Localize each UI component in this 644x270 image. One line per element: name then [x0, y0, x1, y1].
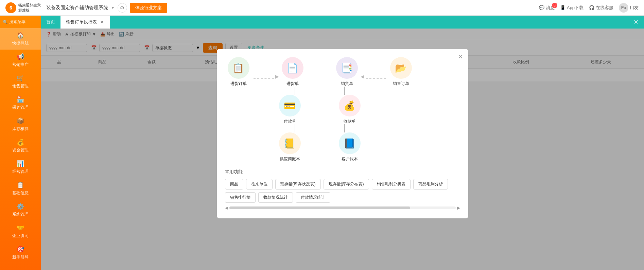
finance-icon: 💰: [17, 139, 24, 146]
sales-order-circle: 📂: [390, 57, 412, 79]
message-icon: 💬: [539, 5, 544, 10]
sidebar-item-purchase[interactable]: 🏪 采购管理: [0, 92, 41, 114]
avatar: Ea: [619, 3, 628, 13]
func-btn-partner[interactable]: 往来单位: [246, 179, 273, 190]
supplier-ledger-node-wrap: 📒 供应商账本: [276, 132, 303, 162]
title-dropdown-icon[interactable]: ▼: [111, 5, 115, 10]
quick-nav-icon: 🏠: [17, 32, 24, 39]
common-functions-title: 常用功能: [225, 169, 460, 175]
message-badge: 5: [552, 3, 557, 8]
arrow-left-1: ▶: [361, 74, 364, 79]
customer-ledger-node-wrap: 📘 客户账本: [336, 132, 363, 162]
arrow-right-1: ▶: [275, 74, 279, 79]
receipt-bill-node-wrap: 💰 收款单: [336, 95, 363, 124]
receipt-bill-circle: 💰: [339, 95, 361, 116]
logo-icon: 6: [5, 2, 16, 13]
newbie-icon: 🎯: [17, 246, 24, 253]
payment-bill-node: 💳 付款单: [276, 95, 303, 124]
scrollbar-track[interactable]: [229, 206, 456, 209]
user-menu[interactable]: Ea 用友: [619, 3, 639, 13]
sidebar-item-quick[interactable]: 🏠 快捷导航: [0, 28, 41, 50]
tab-sales-order[interactable]: 销售订单执行表 ✕: [60, 16, 110, 29]
payment-bill-node-wrap: 💳 付款单: [276, 95, 303, 124]
trial-button[interactable]: 体验行业方案: [130, 3, 167, 13]
collab-icon: 🤝: [17, 224, 24, 232]
func-btn-sales-rank[interactable]: 销售排行榜: [225, 192, 256, 203]
page-content: ❓ 帮助 🖨 按模板打印 ▼ 📤 导出 🔄 刷新: [41, 29, 644, 270]
scroll-left-icon[interactable]: ◀: [225, 205, 228, 210]
payment-bill-circle: 💳: [279, 95, 301, 116]
main-layout: 🔍 搜索菜单 🏠 快捷导航 📢 营销推广 🛒 销售管理 🏪 采购管理 📦 库存核…: [0, 16, 644, 270]
tab-close-icon[interactable]: ✕: [99, 19, 104, 25]
arrow-po-pb: [254, 78, 274, 79]
sales-bill-icon: 📑: [341, 62, 353, 74]
left-flow: 📋 进货订单 ▶ 📄 进货单: [225, 57, 306, 162]
tab-bar: 首页 销售订单执行表 ✕ ✕: [41, 16, 644, 29]
messages-button[interactable]: 💬 消息 5: [539, 5, 555, 11]
inventory-icon: 📦: [17, 117, 24, 125]
func-btn-receipt-stat[interactable]: 收款情况统计: [258, 192, 293, 203]
purchase-bill-circle: 📄: [282, 57, 303, 79]
func-buttons-row1: 商品 往来单位 现存量(库存状况表) 现存量(库存分布表) 销售毛利分析表 商品…: [225, 179, 460, 190]
scroll-right-icon[interactable]: ▶: [457, 205, 460, 210]
sidebar-item-system[interactable]: ⚙️ 系统管理: [0, 199, 41, 221]
sales-order-node: 📂 销售订单: [387, 57, 415, 87]
func-btn-sales-profit[interactable]: 销售毛利分析表: [372, 179, 411, 190]
purchase-icon: 🏪: [17, 96, 24, 103]
sidebar-item-newbie[interactable]: 🎯 新手引导: [0, 242, 41, 264]
arrow-so-sb: [366, 78, 386, 79]
tab-home[interactable]: 首页: [41, 16, 60, 29]
func-btn-product-profit[interactable]: 商品毛利分析: [413, 179, 448, 190]
system-icon: ⚙️: [17, 203, 24, 210]
supplier-ledger-circle: 📒: [279, 132, 301, 154]
system-title-area: 装备及固定资产辅助管理系统 ▼ ⚙ 体验行业方案: [46, 3, 539, 13]
top-flow-row-right: 📑 销货单 ▶ 📂 销售订单: [333, 57, 415, 87]
modal-close-button[interactable]: ✕: [458, 53, 463, 60]
func-btn-payment-stat[interactable]: 付款情况统计: [296, 192, 330, 203]
customer-ledger-circle: 📘: [339, 132, 361, 154]
sidebar-item-operation[interactable]: 📊 经营管理: [0, 157, 41, 178]
sidebar-item-finance[interactable]: 💰 资金管理: [0, 135, 41, 157]
sidebar-item-inventory[interactable]: 📦 库存核算: [0, 114, 41, 135]
sales-bill-circle: 📑: [336, 57, 358, 79]
customer-ledger-node: 📘 客户账本: [336, 132, 363, 162]
gear-button[interactable]: ⚙: [118, 3, 127, 13]
purchase-bill-node: 📄 进货单: [279, 57, 306, 87]
supplier-ledger-icon: 📒: [284, 138, 296, 149]
content-area: 首页 销售订单执行表 ✕ ✕ ❓ 帮助 🖨 按模板打印 ▼: [41, 16, 644, 270]
marketing-icon: 📢: [17, 53, 24, 60]
app-download-button[interactable]: 📱 App下载: [560, 5, 584, 11]
sidebar-search[interactable]: 🔍 搜索菜单: [0, 16, 41, 28]
modal-box: ✕ 📋 进货订单: [217, 49, 468, 218]
customer-service-button[interactable]: 🎧 在线客服: [589, 5, 613, 11]
top-right: 💬 消息 5 📱 App下载 🎧 在线客服 Ea 用友: [539, 3, 639, 13]
sidebar-item-marketing[interactable]: 📢 营销推广: [0, 50, 41, 71]
sidebar: 🔍 搜索菜单 🏠 快捷导航 📢 营销推广 🛒 销售管理 🏪 采购管理 📦 库存核…: [0, 16, 41, 270]
logo-text: 畅康通好生意 标准版: [18, 3, 41, 13]
modal-overlay: ✕ 📋 进货订单: [41, 29, 644, 270]
logo-area: 6 畅康通好生意 标准版: [5, 2, 46, 13]
supplier-ledger-node: 📒 供应商账本: [276, 132, 303, 162]
sidebar-item-basic[interactable]: 📋 基础信息: [0, 178, 41, 199]
tab-close-all-button[interactable]: ✕: [632, 18, 640, 26]
func-buttons-row2: 销售排行榜 收款情况统计 付款情况统计: [225, 192, 460, 203]
basic-icon: 📋: [17, 181, 24, 189]
top-flow-row: 📋 进货订单 ▶ 📄 进货单: [225, 57, 306, 87]
receipt-bill-node: 💰 收款单: [336, 95, 363, 124]
service-icon: 🎧: [589, 5, 594, 10]
customer-ledger-icon: 📘: [344, 138, 355, 149]
top-bar: 6 畅康通好生意 标准版 装备及固定资产辅助管理系统 ▼ ⚙ 体验行业方案 💬 …: [0, 0, 644, 16]
operation-icon: 📊: [17, 160, 24, 167]
search-icon: 🔍: [3, 20, 8, 24]
func-btn-stock-dist[interactable]: 现存量(库存分布表): [324, 179, 369, 190]
arrow-pay-down: [295, 124, 295, 132]
purchase-order-circle: 📋: [228, 57, 249, 79]
scrollbar-thumb: [229, 206, 411, 209]
receipt-bill-icon: 💰: [344, 100, 355, 111]
arrow-rec-down: [344, 124, 345, 132]
func-btn-stock-status[interactable]: 现存量(库存状况表): [275, 179, 321, 190]
sidebar-item-sales[interactable]: 🛒 销售管理: [0, 71, 41, 92]
sidebar-item-collab[interactable]: 🤝 企业协同: [0, 221, 41, 242]
func-btn-product[interactable]: 商品: [225, 179, 243, 190]
purchase-order-node: 📋 进货订单: [225, 57, 252, 87]
